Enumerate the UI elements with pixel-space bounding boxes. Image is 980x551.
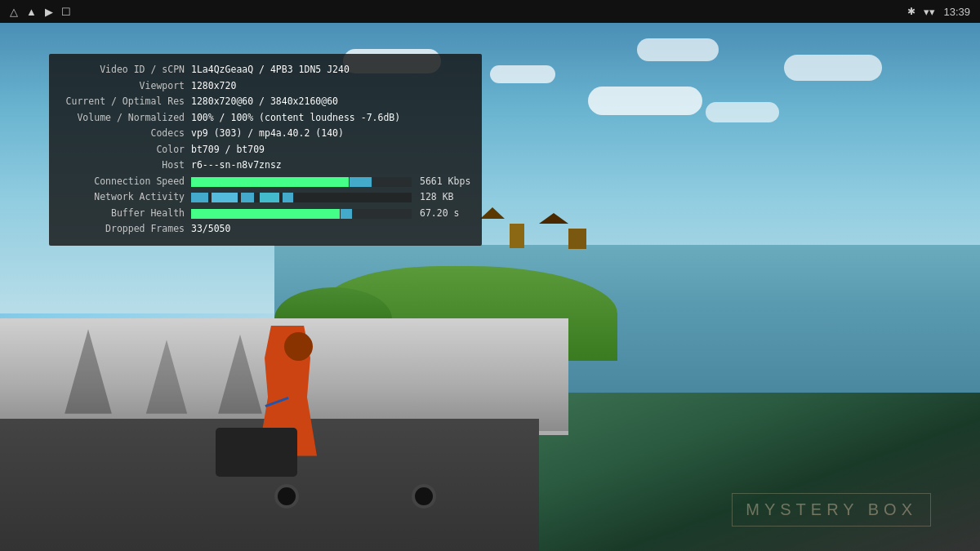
value-codecs: vp9 (303) / mp4a.40.2 (140) bbox=[191, 126, 344, 142]
buffer-fill-teal bbox=[341, 209, 351, 219]
bar-empty bbox=[372, 177, 412, 187]
network-activity-bar bbox=[191, 193, 412, 202]
clock: 13:39 bbox=[943, 6, 970, 18]
cloud bbox=[706, 102, 779, 122]
label-buffer-health: Buffer Health bbox=[60, 206, 191, 222]
box-icon: ☐ bbox=[61, 6, 71, 18]
cloud bbox=[490, 65, 555, 83]
notification-icon: △ bbox=[10, 6, 18, 18]
label-network-activity: Network Activity bbox=[60, 189, 191, 206]
label-color: Color bbox=[60, 142, 191, 158]
buffer-health-bar bbox=[191, 209, 412, 219]
stat-row-connection-speed: Connection Speed 5661 Kbps bbox=[60, 174, 470, 190]
stat-row-network-activity: Network Activity 128 KB bbox=[60, 189, 470, 206]
network-activity-bar-container: 128 KB bbox=[191, 189, 454, 206]
hut-2 bbox=[568, 229, 586, 249]
stat-row-volume: Volume / Normalized 100% / 100% (content… bbox=[60, 110, 470, 127]
label-volume: Volume / Normalized bbox=[60, 110, 191, 127]
value-dropped-frames: 33/5050 bbox=[191, 221, 230, 238]
moto-body bbox=[216, 428, 297, 477]
hut-roof-1 bbox=[480, 207, 505, 219]
stat-row-buffer-health: Buffer Health 67.20 s bbox=[60, 206, 470, 222]
hut-1 bbox=[510, 224, 524, 248]
label-dropped-frames: Dropped Frames bbox=[60, 221, 191, 238]
label-host: Host bbox=[60, 158, 191, 174]
value-videoid: 1La4QzGeaaQ / 4PB3 1DN5 J240 bbox=[191, 62, 350, 78]
value-viewport: 1280x720 bbox=[191, 78, 236, 95]
buffer-empty bbox=[353, 209, 412, 219]
system-bar: △ ▲ ▶ ☐ ✱ ▾▾ 13:39 bbox=[0, 0, 980, 23]
hut-roof-2 bbox=[539, 213, 568, 224]
stat-row-codecs: Codecs vp9 (303) / mp4a.40.2 (140) bbox=[60, 126, 470, 142]
buffer-health-bar-container: 67.20 s bbox=[191, 206, 459, 222]
value-connection-speed: 5661 Kbps bbox=[420, 174, 470, 190]
cloud bbox=[637, 38, 719, 61]
stat-row-color: Color bt709 / bt709 bbox=[60, 142, 470, 158]
label-videoid: Video ID / sCPN bbox=[60, 62, 191, 78]
label-connection-speed: Connection Speed bbox=[60, 174, 191, 190]
stat-row-videoid: Video ID / sCPN 1La4QzGeaaQ / 4PB3 1DN5 … bbox=[60, 62, 470, 78]
watermark: MYSTERY BOX bbox=[732, 493, 931, 527]
label-codecs: Codecs bbox=[60, 126, 191, 142]
label-resolution: Current / Optimal Res bbox=[60, 94, 191, 110]
cloud bbox=[784, 55, 882, 81]
bluetooth-icon: ✱ bbox=[907, 6, 915, 17]
value-resolution: 1280x720@60 / 3840x2160@60 bbox=[191, 94, 338, 110]
stat-row-viewport: Viewport 1280x720 bbox=[60, 78, 470, 95]
connection-speed-bar bbox=[191, 177, 412, 187]
stat-row-dropped-frames: Dropped Frames 33/5050 bbox=[60, 221, 470, 238]
bar-fill-teal bbox=[350, 177, 372, 187]
stats-panel: Video ID / sCPN 1La4QzGeaaQ / 4PB3 1DN5 … bbox=[49, 54, 482, 246]
video-background: MYSTERY BOX Video ID / sCPN 1La4QzGeaaQ … bbox=[0, 23, 980, 551]
value-volume: 100% / 100% (content loudness -7.6dB) bbox=[191, 110, 400, 127]
value-network-activity: 128 KB bbox=[420, 189, 454, 206]
figure-head bbox=[284, 332, 313, 361]
label-viewport: Viewport bbox=[60, 78, 191, 95]
value-host: r6---sn-n8v7znsz bbox=[191, 158, 282, 174]
system-bar-left: △ ▲ ▶ ☐ bbox=[10, 6, 71, 18]
bar-fill-green bbox=[191, 177, 349, 187]
buffer-fill bbox=[191, 209, 340, 219]
warning-icon: ▲ bbox=[26, 6, 37, 18]
connection-speed-bar-container: 5661 Kbps bbox=[191, 174, 470, 190]
value-buffer-health: 67.20 s bbox=[420, 206, 459, 222]
stat-row-resolution: Current / Optimal Res 1280x720@60 / 3840… bbox=[60, 94, 470, 110]
play-icon: ▶ bbox=[45, 6, 53, 18]
wifi-icon: ▾▾ bbox=[924, 6, 935, 18]
system-bar-right: ✱ ▾▾ 13:39 bbox=[907, 6, 970, 18]
cloud bbox=[588, 87, 702, 115]
value-color: bt709 / bt709 bbox=[191, 142, 265, 158]
stat-row-host: Host r6---sn-n8v7znsz bbox=[60, 158, 470, 174]
net-seg1 bbox=[191, 193, 208, 202]
